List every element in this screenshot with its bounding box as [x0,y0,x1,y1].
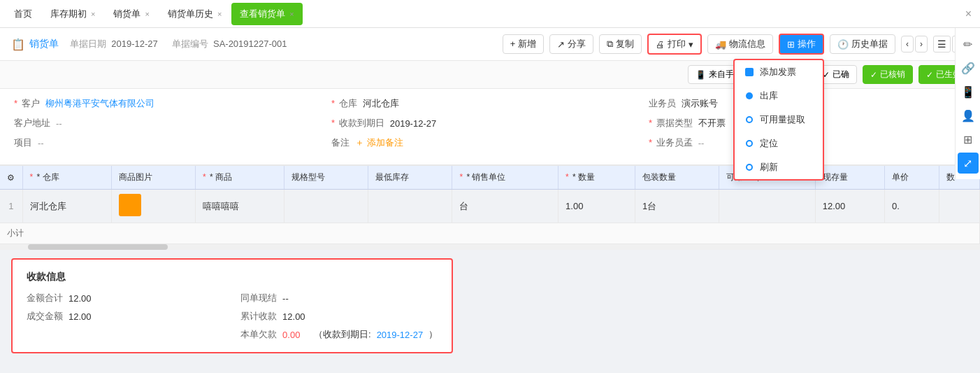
tab-inventory[interactable]: 库存期初 × [42,3,103,25]
position-label: 定位 [760,137,778,150]
dropdown-refresh[interactable]: 刷新 [735,155,823,179]
logistics-button[interactable]: 🚚 物流信息 [707,34,773,54]
close-all-tabs[interactable]: × [963,5,974,23]
tab-sales-history[interactable]: 销货单历史 × [159,3,230,25]
cumulative-label: 累计收款 [240,310,277,323]
refresh-icon [744,162,754,172]
cancel-status-button[interactable]: ✓ 已核销 [863,65,913,84]
document-header: 📋 销货单 单据日期 2019-12-27 单据编号 SA-20191227-0… [0,28,980,61]
col-settings[interactable]: ⚙ [0,166,22,190]
transaction-row: 成交金额 12.00 [27,310,224,323]
dropdown-available-qty[interactable]: 可用量提取 [735,108,823,132]
number-label: 单据编号 SA-20191227-001 [172,38,287,50]
date-label: 单据日期 2019-12-27 [70,38,158,50]
col-sales-unit: * * 销售单位 [452,166,559,190]
share-button[interactable]: ↗ 分享 [549,34,593,54]
tab-home-label: 首页 [14,8,32,20]
table-header-row: ⚙ * * 仓库 商品图片 * * 商品 规格型号 最低库存 * * 销售单位 … [0,166,980,190]
dropdown-add-invoice[interactable]: 添加发票 [735,60,823,84]
outbound-label: 出库 [760,90,778,102]
summary-area: 收款信息 金额合计 12.00 同单现结 -- 成交金额 12.00 累计收款 … [0,250,980,370]
tab-sales-history-label: 销货单历史 [168,8,213,20]
project-value: -- [38,138,44,148]
new-button[interactable]: + 新增 [503,34,544,54]
subtotal-label: 小计 [0,223,980,244]
staff-value: 演示账号 [682,97,718,110]
add-invoice-label: 添加发票 [760,66,796,78]
link-sidebar-icon[interactable]: 🔗 [958,57,979,78]
list-view-icon[interactable]: ☰ [933,36,951,52]
nav-arrows: ‹ › [901,36,928,52]
cancel-icon: ✓ [870,70,877,80]
tab-sales[interactable]: 销货单 × [105,3,157,25]
prev-arrow[interactable]: ‹ [901,36,914,52]
col-min-stock: 最低库存 [368,166,452,190]
sales-order-icon: 📋 [11,38,25,51]
row-min-stock [368,190,452,223]
document-type-label: 销货单 [29,38,59,50]
print-dropdown-arrow: ▾ [689,39,693,50]
tab-check-sales[interactable]: 查看销货单 × [231,3,302,25]
close-tab-check-sales[interactable]: × [289,10,294,18]
add-note-button[interactable]: ＋ 添加备注 [355,136,403,149]
outstanding-label: 本单欠款 [240,328,277,341]
expand-sidebar-icon[interactable]: ⤢ [958,153,979,174]
available-qty-label: 可用量提取 [760,113,805,126]
operate-wrapper: ⊞ 操作 添加发票 出库 可用量提取 [779,34,824,55]
next-arrow[interactable]: › [915,36,928,52]
close-tab-sales-history[interactable]: × [217,10,222,18]
user-sidebar-icon[interactable]: 👤 [958,105,979,126]
table-row: 1 河北仓库 嘻嘻嘻嘻 台 1.00 1台 12.00 0. [0,190,980,223]
truck-icon: 🚚 [715,39,726,50]
edit-sidebar-icon[interactable]: ✏ [958,34,979,55]
total-label: 金额合计 [27,292,63,304]
address-field: 客户地址 -- [14,117,331,129]
col-unit-price: 单价 [885,166,939,190]
tab-sales-label: 销货单 [113,8,140,20]
cumulative-row: 累计收款 12.00 [240,310,438,323]
payment-date-field: * 收款到期日 2019-12-27 [331,117,649,129]
dropdown-position[interactable]: 定位 [735,132,823,155]
same-order-value: -- [282,293,289,304]
horizontal-scrollbar[interactable] [0,244,980,250]
history-button[interactable]: 🕐 历史单据 [830,34,895,54]
close-tab-inventory[interactable]: × [91,10,95,18]
copy-button[interactable]: ⧉ 复制 [599,34,642,54]
operate-button[interactable]: ⊞ 操作 [779,34,824,55]
summary-grid: 金额合计 12.00 同单现结 -- 成交金额 12.00 累计收款 12.00 [27,292,438,341]
phone-icon: 📱 [696,70,706,80]
product-image [119,194,141,216]
tab-inventory-label: 库存期初 [50,8,87,20]
row-sales-unit: 台 [452,190,559,223]
dropdown-outbound[interactable]: 出库 [735,84,823,108]
row-spec [284,190,368,223]
col-warehouse: * * 仓库 [22,166,111,190]
secondary-toolbar: 📱 来自手机 🎫 未开票 ✓ 已确 ✓ 已核销 ✓ 已生效 [0,61,980,89]
document-actions: + 新增 ↗ 分享 ⧉ 复制 🖨 打印 ▾ 🚚 物流信息 ⊞ 操作 [503,34,969,55]
same-order-label: 同单现结 [240,292,277,304]
col-spec: 规格型号 [284,166,368,190]
phone-sidebar-icon[interactable]: 📱 [958,81,979,102]
table-sidebar-icon[interactable]: ⊞ [958,129,979,150]
project-field: 项目 -- [14,136,331,149]
total-row: 金额合计 12.00 [27,292,224,304]
row-quantity: 1.00 [559,190,635,223]
scroll-thumb[interactable] [28,244,168,250]
col-quantity: * * 数量 [559,166,635,190]
customer-value[interactable]: 柳州粤港平安气体有限公司 [45,97,154,110]
warehouse-field: * 仓库 河北仓库 [331,97,649,110]
copy-icon: ⧉ [607,38,613,50]
outstanding-value: 0.00 [282,330,300,340]
ticket-type-value: 不开票 [698,117,726,129]
row-pack-qty: 1台 [635,190,719,223]
close-tab-sales[interactable]: × [145,10,149,18]
row-product: 嘻嘻嘻嘻 [195,190,284,223]
tab-home[interactable]: 首页 [6,3,41,25]
print-button[interactable]: 🖨 打印 ▾ [647,34,702,55]
total-value: 12.00 [69,293,92,304]
same-order-row: 同单现结 -- [240,292,438,304]
payment-date-value: 2019-12-27 [390,118,437,129]
right-sidebar: ✏ 🔗 📱 👤 ⊞ ⤢ [955,28,980,179]
row-current-stock: 12.00 [815,190,884,223]
customer-field: * 客户 柳州粤港平安气体有限公司 [14,97,331,110]
